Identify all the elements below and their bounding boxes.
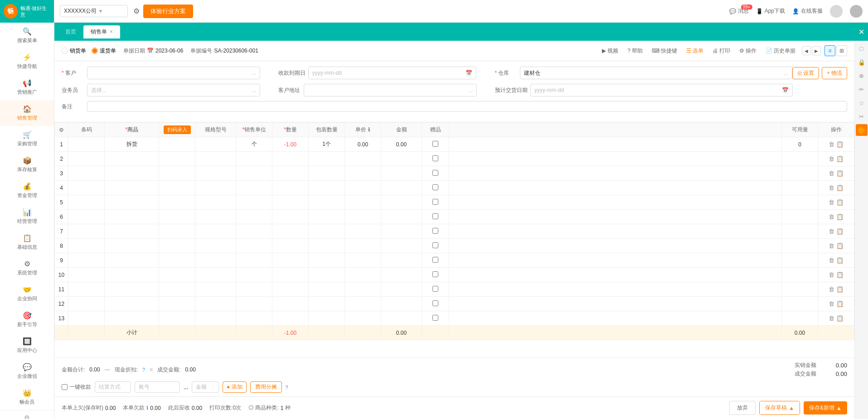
col-barcode: 条码 xyxy=(68,123,105,137)
sidebar-item-member[interactable]: 👑 畅会员 xyxy=(0,384,54,410)
subtotal-gift xyxy=(422,326,449,340)
barcode-cell[interactable] xyxy=(68,137,105,152)
save-new-button[interactable]: 保存&新增 ▲ xyxy=(804,401,847,414)
one-click-pay-check[interactable] xyxy=(62,384,68,390)
doc-type-radio-group: 销货单 退货单 xyxy=(62,47,116,55)
user-avatar[interactable] xyxy=(830,5,843,18)
remark-input[interactable] xyxy=(87,101,847,112)
sales-label: 销售管理 xyxy=(17,115,37,121)
next-arrow[interactable]: ▶ xyxy=(812,46,821,55)
calc-method-select[interactable]: 结算方式 xyxy=(95,381,131,393)
due-date-input[interactable]: yyyy-mm-dd 📅 xyxy=(308,67,477,79)
app-download-btn[interactable]: 📱 App下载 xyxy=(756,7,785,15)
setup-button[interactable]: ◎ 设置 xyxy=(792,67,819,79)
system-icon: ⚙ xyxy=(24,260,30,268)
sidebar-item-basic[interactable]: 📋 基础信息 xyxy=(0,229,54,255)
list-view-btn[interactable]: ≡ xyxy=(824,45,835,56)
due-date-placeholder: yyyy-mm-dd xyxy=(312,70,342,76)
gift-checkbox[interactable] xyxy=(432,141,438,147)
print-btn[interactable]: 🖨 打印 xyxy=(710,46,733,56)
table-row: 2🗑📋 xyxy=(55,152,854,166)
sidebar-item-finance[interactable]: 💰 资金管理 xyxy=(0,178,54,203)
amount-cell[interactable]: 0.00 xyxy=(381,137,422,152)
copy-icon[interactable]: 📋 xyxy=(836,141,844,148)
logistics-button[interactable]: + 物流 xyxy=(822,67,847,79)
tab-close-icon[interactable]: × xyxy=(110,29,113,35)
expense-help-icon[interactable]: ? xyxy=(286,385,288,390)
tab-bar-close-icon[interactable]: ✕ xyxy=(858,28,864,36)
grid-view-btn[interactable]: ⊞ xyxy=(836,45,847,56)
sidebar-item-sales[interactable]: 🏠 销售管理 xyxy=(0,100,54,126)
unit-cell[interactable]: 个 xyxy=(236,137,272,152)
actual-amount-label: 实销金额 xyxy=(795,361,816,369)
qty-cell[interactable]: -1.00 xyxy=(272,137,309,152)
save-draft-button[interactable]: 保存草稿 ▲ xyxy=(760,401,800,414)
company-selector[interactable]: XXXXXX公司 ▼ xyxy=(60,5,128,17)
discount-help-icon[interactable]: ? xyxy=(142,367,145,372)
sidebar-item-operations[interactable]: 📊 经营管理 xyxy=(0,203,54,229)
sidebar-item-collab[interactable]: 🤝 企业协同 xyxy=(0,281,54,307)
save-draft-arrow: ▲ xyxy=(789,405,794,411)
history-btn[interactable]: 📄 历史单据 xyxy=(763,46,798,56)
sidebar-item-wechat[interactable]: 💬 企业微信 xyxy=(0,358,54,384)
rp-edit[interactable]: ✏ xyxy=(856,83,868,95)
rp-add[interactable]: ⊕ xyxy=(856,70,868,82)
gift-cell[interactable] xyxy=(422,137,449,152)
company-settings-icon[interactable]: ⚙ xyxy=(133,7,140,15)
sidebar-item-guide[interactable]: 🎯 新手引导 xyxy=(0,307,54,332)
tab-sales[interactable]: 销售单 × xyxy=(83,25,120,39)
rp-star[interactable]: ☆ xyxy=(856,97,868,109)
video-btn[interactable]: ▶ 视频 xyxy=(599,46,621,56)
sidebar-item-search[interactable]: 🔍 搜索菜单 xyxy=(0,23,54,48)
rp-scissors[interactable]: ✂ xyxy=(856,111,868,122)
scan-btn[interactable]: 扫码录入 xyxy=(164,125,191,134)
radio-return[interactable]: 退货单 xyxy=(92,47,116,55)
trial-button[interactable]: 体验行业方案 xyxy=(143,5,193,18)
rp-notes[interactable]: □ xyxy=(856,43,868,54)
help-btn[interactable]: ? 帮助 xyxy=(625,46,645,56)
sidebar-item-inventory[interactable]: 📦 库存核算 xyxy=(0,152,54,178)
tab-home[interactable]: 首页 xyxy=(58,25,83,39)
customer-addr-input[interactable]: ... xyxy=(304,84,477,96)
sidebar-item-system[interactable]: ⚙ 系统管理 xyxy=(0,255,54,281)
message-btn[interactable]: 💬 消息 99+ xyxy=(729,7,749,15)
rp-highlight[interactable]: 🔶 xyxy=(856,124,868,136)
app-download-label: App下载 xyxy=(765,7,785,15)
add-payment-btn[interactable]: ● 添加 xyxy=(223,381,247,393)
sidebar-item-marketing[interactable]: 📢 营销推广 xyxy=(0,74,54,100)
subtotal-spacer xyxy=(449,326,782,340)
rp-lock[interactable]: 🔒 xyxy=(856,56,868,68)
sidebar-item-apps[interactable]: 🔲 应用中心 xyxy=(0,332,54,358)
sidebar-item-purchase[interactable]: 🛒 采购管理 xyxy=(0,126,54,152)
warehouse-input[interactable]: 建材仓 ... xyxy=(520,67,792,79)
account-field[interactable]: 账号 xyxy=(135,381,180,393)
product-cell[interactable]: 拆货 xyxy=(105,137,159,152)
payment-amount-field[interactable]: 金额 xyxy=(192,381,219,393)
spec-cell[interactable] xyxy=(195,137,236,152)
col-spacer xyxy=(449,123,782,137)
bottom-settings-icon: ⚙ xyxy=(24,414,30,419)
expected-date-input[interactable]: yyyy-mm-dd 📅 xyxy=(530,84,793,96)
online-service-btn[interactable]: 👤 在线客服 xyxy=(792,7,823,15)
col-settings[interactable]: ⚙ xyxy=(55,123,68,137)
pack-cell[interactable]: 1个 xyxy=(309,137,345,152)
expense-btn[interactable]: 费用分摊 xyxy=(250,381,282,393)
price-cell[interactable]: 0.00 xyxy=(345,137,381,152)
customer-input[interactable]: ... xyxy=(87,67,260,79)
col-qty: *数量 xyxy=(272,123,309,137)
sidebar-settings[interactable]: ⚙ xyxy=(0,410,54,419)
trade-summary-value: 0.00 xyxy=(820,371,847,377)
radio-sale[interactable]: 销货单 xyxy=(62,47,86,55)
abandon-button[interactable]: 放弃 xyxy=(729,401,756,415)
sidebar-item-quick-nav[interactable]: ⚡ 快捷导航 xyxy=(0,48,54,74)
one-click-pay-checkbox[interactable]: 一键收款 xyxy=(62,383,91,391)
arrears-info-icon[interactable]: ℹ xyxy=(146,405,148,411)
select-btn[interactable]: ☰ 选单 xyxy=(684,46,706,56)
salesperson-input[interactable]: 选择... ... xyxy=(87,84,260,96)
prev-arrow[interactable]: ◀ xyxy=(802,46,811,55)
operate-btn[interactable]: ⚙ 操作 xyxy=(737,46,759,56)
shortcut-btn[interactable]: ⌨ 快捷键 xyxy=(649,46,680,56)
trade-amount-label: 成交金额: xyxy=(157,366,180,374)
delete-icon[interactable]: 🗑 xyxy=(829,141,834,148)
col-scan[interactable]: 扫码录入 xyxy=(159,123,195,137)
